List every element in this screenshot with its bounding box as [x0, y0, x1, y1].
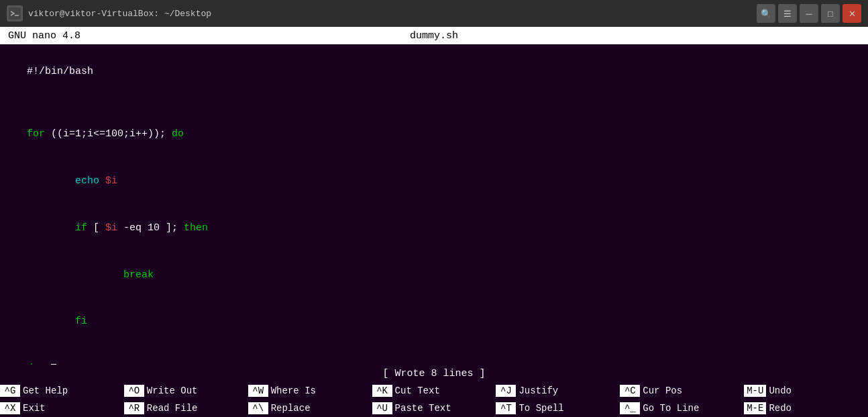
label-cur-pos: Cur Pos [643, 385, 682, 396]
titlebar: viktor@viktor-VirtualBox: ~/Desktop 🔍 ☰ … [0, 0, 868, 27]
key-exit: ^X [0, 402, 20, 414]
nano-version: GNU nano 4.8 [8, 30, 292, 42]
key-to-spell: ^T [496, 402, 516, 414]
nano-filename: dummy.sh [292, 30, 576, 42]
shortcut-where-is[interactable]: ^W Where Is [248, 385, 372, 397]
code-line-4: echo $i [3, 158, 865, 205]
code-line-6: break [3, 251, 865, 298]
shortcut-undo[interactable]: M-U Undo [744, 385, 868, 397]
minimize-button[interactable]: ─ [800, 4, 818, 23]
code-line-7: fi [3, 298, 865, 345]
shortcut-justify[interactable]: ^J Justify [496, 385, 620, 397]
shortcut-row-2: ^X Exit ^R Read File ^\ Replace ^U Paste… [0, 400, 868, 417]
label-paste-text: Paste Text [395, 403, 451, 414]
key-replace: ^\ [248, 402, 268, 414]
code-line-2 [3, 95, 865, 111]
key-cut-text: ^K [372, 385, 392, 397]
label-read-file: Read File [147, 403, 198, 414]
key-undo: M-U [744, 385, 766, 397]
label-undo: Undo [769, 385, 792, 396]
code-line-3: for ((i=1;i<=100;i++)); do [3, 111, 865, 158]
titlebar-controls: 🔍 ☰ ─ □ ✕ [757, 4, 861, 23]
maximize-button[interactable]: □ [821, 4, 840, 23]
label-go-to-line: Go To Line [643, 403, 699, 414]
label-cut-text: Cut Text [395, 385, 440, 396]
key-get-help: ^G [0, 385, 20, 397]
shortcut-go-to-line[interactable]: ^_ Go To Line [620, 402, 744, 414]
label-to-spell: To Spell [519, 403, 563, 414]
terminal-icon [7, 5, 23, 21]
shortcut-row-1: ^G Get Help ^O Write Out ^W Where Is ^K … [0, 382, 868, 400]
code-line-8: done [3, 345, 865, 365]
shortcut-redo[interactable]: M-E Redo [744, 402, 868, 414]
shortcut-exit[interactable]: ^X Exit [0, 402, 124, 414]
key-read-file: ^R [124, 402, 144, 414]
key-write-out: ^O [124, 385, 144, 397]
shortcut-get-help[interactable]: ^G Get Help [0, 385, 124, 397]
nano-header: GNU nano 4.8 dummy.sh [0, 27, 868, 44]
text-cursor [51, 364, 56, 365]
label-redo: Redo [769, 403, 792, 414]
status-message: [ Wrote 8 lines ] [382, 368, 485, 379]
search-button[interactable]: 🔍 [757, 4, 775, 23]
shortcut-cur-pos[interactable]: ^C Cur Pos [620, 385, 744, 397]
key-cur-pos: ^C [620, 385, 640, 397]
shortcut-cut-text[interactable]: ^K Cut Text [372, 385, 496, 397]
code-line-1: #!/bin/bash [3, 48, 865, 95]
statusbar: [ Wrote 8 lines ] [0, 365, 868, 382]
shortcuts-panel: ^G Get Help ^O Write Out ^W Where Is ^K … [0, 382, 868, 417]
titlebar-title: viktor@viktor-VirtualBox: ~/Desktop [28, 9, 211, 19]
label-exit: Exit [23, 403, 46, 414]
shortcut-read-file[interactable]: ^R Read File [124, 402, 248, 414]
key-justify: ^J [496, 385, 516, 397]
label-replace: Replace [271, 403, 311, 414]
shortcut-paste-text[interactable]: ^U Paste Text [372, 402, 496, 414]
shortcut-write-out[interactable]: ^O Write Out [124, 385, 248, 397]
close-button[interactable]: ✕ [843, 4, 861, 23]
label-where-is: Where Is [271, 385, 316, 396]
label-write-out: Write Out [147, 385, 198, 396]
key-go-to-line: ^_ [620, 402, 640, 414]
label-justify: Justify [519, 385, 558, 396]
shortcut-replace[interactable]: ^\ Replace [248, 402, 372, 414]
key-where-is: ^W [248, 385, 268, 397]
code-line-5: if [ $i -eq 10 ]; then [3, 205, 865, 252]
menu-button[interactable]: ☰ [778, 4, 797, 23]
key-redo: M-E [744, 402, 766, 414]
editor-area[interactable]: #!/bin/bash for ((i=1;i<=100;i++)); do e… [0, 44, 868, 365]
shortcut-to-spell[interactable]: ^T To Spell [496, 402, 620, 414]
label-get-help: Get Help [23, 385, 68, 396]
titlebar-left: viktor@viktor-VirtualBox: ~/Desktop [7, 5, 211, 21]
key-paste-text: ^U [372, 402, 392, 414]
